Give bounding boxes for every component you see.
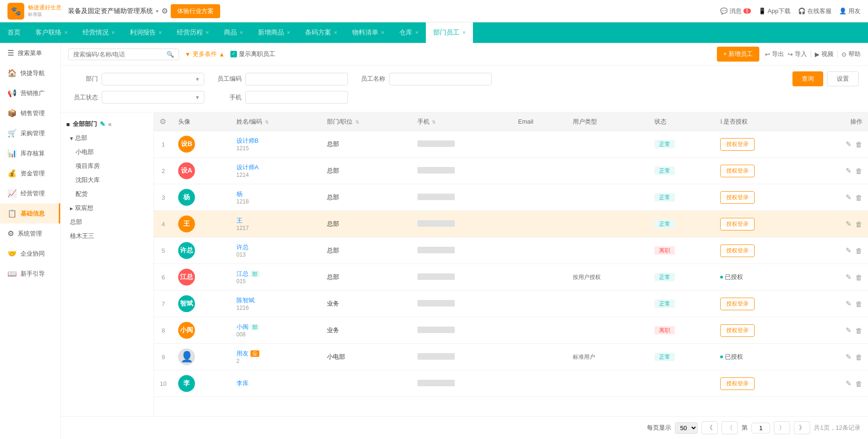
auth-btn[interactable]: 授权登录 [720, 244, 755, 257]
service-btn[interactable]: 🎧 在线客服 [798, 7, 832, 15]
sidebar-item-guide[interactable]: 📖新手引导 [0, 264, 60, 284]
edit-icon[interactable]: ✎ [846, 140, 852, 148]
show-resign-toggle[interactable]: 显示离职员工 [230, 50, 275, 58]
th-settings[interactable]: ⚙ [154, 112, 173, 131]
edit-icon[interactable]: ✎ [846, 326, 852, 334]
import-btn[interactable]: ↪ 导入 [788, 50, 807, 58]
auth-btn[interactable]: 授权登录 [720, 298, 755, 310]
reset-btn[interactable]: 设置 [827, 71, 859, 86]
last-page-btn[interactable]: 》 [794, 421, 810, 434]
search-input-wrap[interactable]: 🔍 [68, 49, 179, 60]
employee-name[interactable]: 设计师B [236, 137, 316, 145]
gear-icon[interactable]: ⚙ [161, 7, 168, 15]
delete-icon[interactable]: 🗑 [855, 380, 862, 388]
auth-info-icon[interactable]: ℹ [720, 118, 722, 125]
code-input[interactable] [245, 73, 348, 85]
nav-tab-goods[interactable]: 商品× [216, 22, 250, 43]
sidebar-item-finance[interactable]: 💰资金管理 [0, 163, 60, 183]
dept-select[interactable]: ▾ [102, 73, 204, 85]
filter-more-btn[interactable]: ▼ 更多条件 ▲ [185, 50, 225, 58]
sidebar-item-system[interactable]: ⚙系统管理 [0, 223, 60, 244]
edit-icon[interactable]: ✎ [846, 273, 852, 281]
close-tab-newgoods-icon[interactable]: × [287, 29, 290, 36]
edit-icon[interactable]: ✎ [846, 353, 852, 361]
sidebar-item-inventory[interactable]: 📊库存核算 [0, 143, 60, 163]
close-tab-process-icon[interactable]: × [206, 29, 209, 36]
sidebar-item-quicknav[interactable]: 🏠快捷导航 [0, 63, 60, 83]
edit-icon[interactable]: ✎ [100, 120, 105, 128]
th-dept[interactable]: 部门/职位 ⇅ [321, 112, 412, 131]
close-tab-staff-icon[interactable]: × [462, 29, 465, 36]
sidebar-item-purchase[interactable]: 🛒采购管理 [0, 123, 60, 143]
employee-name[interactable]: 许总 [236, 243, 316, 251]
edit-icon[interactable]: ✎ [846, 379, 852, 388]
employee-name[interactable]: 李库 [236, 379, 316, 388]
sidebar-item-basic[interactable]: 📋基础信息 [0, 203, 60, 223]
export-btn[interactable]: ↩ 导出 [765, 50, 784, 58]
app-download-btn[interactable]: 📱 App下载 [758, 7, 791, 15]
auth-btn[interactable]: 授权登录 [720, 165, 755, 177]
th-name[interactable]: 姓名/编码 ⇅ [231, 112, 321, 131]
dept-node-zongbu2[interactable]: 总部 [61, 215, 153, 229]
show-resign-checkbox[interactable] [230, 51, 237, 57]
sidebar-item-collab[interactable]: 🤝企业协同 [0, 244, 60, 264]
nav-tab-customer[interactable]: 客户联络× [28, 22, 75, 43]
status-select[interactable]: ▾ [102, 91, 204, 104]
close-tab-business-icon[interactable]: × [111, 29, 115, 36]
sidebar-item-marketing[interactable]: 📢营销推广 [0, 83, 60, 103]
edit-icon[interactable]: ✎ [846, 246, 852, 255]
nav-tab-home[interactable]: 首页 [0, 22, 28, 43]
close-tab-barcode-icon[interactable]: × [334, 29, 337, 36]
nav-tab-newgoods[interactable]: 新增商品× [250, 22, 298, 43]
nav-tab-barcode[interactable]: 条码方案× [298, 22, 345, 43]
auth-btn[interactable]: 授权登录 [720, 377, 755, 390]
add-employee-btn[interactable]: + 新增员工 [717, 47, 759, 62]
sidebar-item-sales[interactable]: 📦销售管理 [0, 103, 60, 123]
settings-icon[interactable]: ⚙ [160, 118, 166, 125]
close-tab-warehouse-icon[interactable]: × [415, 29, 418, 36]
edit-icon[interactable]: ✎ [846, 167, 852, 175]
dept-node-xiaodian[interactable]: 小电部 [61, 145, 153, 159]
close-tab-goods-icon[interactable]: × [240, 29, 243, 36]
message-btn[interactable]: 💬 消息 6 [720, 7, 751, 15]
auth-btn[interactable]: 授权登录 [720, 218, 755, 230]
employee-name[interactable]: 设计师A [236, 163, 316, 172]
help-btn[interactable]: ⊙ 帮助 [841, 50, 861, 58]
name-input[interactable] [389, 73, 492, 85]
dept-node-shuangyixiang[interactable]: ▸ 双宸想 [61, 201, 153, 215]
dept-node-zongbu[interactable]: ▾ 总部 [61, 131, 153, 145]
auth-btn[interactable]: 授权登录 [720, 324, 755, 337]
nav-tab-business[interactable]: 经营情况× [75, 22, 122, 43]
employee-name[interactable]: 江总部 [236, 270, 316, 278]
prev-page-btn[interactable]: 〈 [722, 421, 738, 434]
dept-node-pumuwangsan[interactable]: 植木王三 [61, 229, 153, 243]
search-input[interactable] [73, 51, 167, 58]
first-page-btn[interactable]: 《 [701, 421, 718, 434]
delete-icon[interactable]: 🗑 [855, 327, 862, 334]
collapse-btn[interactable]: « [108, 120, 112, 128]
user-btn[interactable]: 👤 用友 [839, 7, 861, 15]
nav-tab-process[interactable]: 经营历程× [169, 22, 216, 43]
query-btn[interactable]: 查询 [792, 71, 823, 86]
dept-node-shenyang[interactable]: 沈阳大库 [61, 173, 153, 187]
delete-icon[interactable]: 🗑 [855, 140, 862, 148]
edit-icon[interactable]: ✎ [846, 220, 852, 228]
auth-btn[interactable]: 授权登录 [720, 191, 755, 204]
delete-icon[interactable]: 🗑 [855, 167, 862, 175]
close-tab-profit-icon[interactable]: × [159, 29, 162, 36]
employee-name[interactable]: 用友应 [236, 349, 316, 358]
video-btn[interactable]: ▶ 视频 [815, 50, 833, 58]
next-page-btn[interactable]: 〉 [774, 421, 790, 434]
delete-icon[interactable]: 🗑 [855, 220, 862, 228]
sidebar-item-operation[interactable]: 📈经营管理 [0, 183, 60, 203]
delete-icon[interactable]: 🗑 [855, 353, 862, 361]
per-page-select[interactable]: 50 [675, 422, 698, 434]
edit-icon[interactable]: ✎ [846, 193, 852, 202]
edit-icon[interactable]: ✎ [846, 300, 852, 308]
delete-icon[interactable]: 🗑 [855, 194, 862, 202]
phone-input[interactable] [245, 91, 348, 104]
employee-name[interactable]: 王 [236, 216, 316, 225]
nav-tab-material[interactable]: 物料清单× [345, 22, 392, 43]
experience-btn[interactable]: 体验行业方案 [171, 4, 220, 18]
close-tab-material-icon[interactable]: × [381, 29, 384, 36]
